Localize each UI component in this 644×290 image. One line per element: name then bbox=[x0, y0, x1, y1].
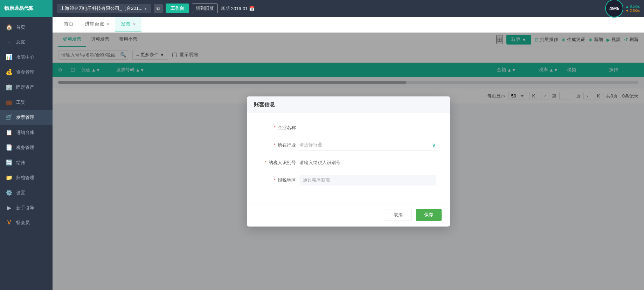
industry-label: * 所在行业 bbox=[261, 142, 299, 148]
settings-icon: ⚙️ bbox=[6, 189, 13, 196]
sidebar-item-label: 税务管理 bbox=[16, 144, 34, 151]
logo-text: 畅康通易代账 bbox=[4, 5, 34, 12]
sidebar-item-label: 工资 bbox=[16, 99, 25, 106]
period-info: 账期 2016-01 📅 bbox=[221, 5, 255, 12]
archive-icon: 📁 bbox=[6, 174, 13, 181]
sidebar-item-reports[interactable]: 📊 报表中心 bbox=[0, 49, 53, 65]
taxpayer-input[interactable] bbox=[299, 158, 436, 167]
form-row-industry: * 所在行业 请选择行业 ∨ bbox=[261, 140, 436, 150]
tab-bar: 首页 进销台账 ✕ 发票 ✕ bbox=[53, 17, 644, 33]
sidebar-item-member[interactable]: V 畅会员 bbox=[0, 215, 53, 230]
modal-footer: 取消 保存 bbox=[247, 203, 450, 227]
sidebar-item-label: 报表中心 bbox=[16, 54, 34, 60]
company-name-input[interactable]: 11 bbox=[299, 123, 436, 132]
tab-close-invoice[interactable]: ✕ bbox=[133, 22, 136, 27]
sidebar-item-label: 结账 bbox=[16, 160, 25, 166]
tax-icon: 📑 bbox=[6, 144, 13, 151]
sidebar-item-label: 畅会员 bbox=[16, 220, 30, 226]
company-name: 上海卯金刀电子科技有限公司_（台201... bbox=[60, 5, 143, 12]
sidebar-item-settlement[interactable]: 🔄 结账 bbox=[0, 155, 53, 170]
period-value: 2016-01 bbox=[231, 6, 248, 11]
sidebar-item-funds[interactable]: 💰 资金管理 bbox=[0, 65, 53, 80]
company-dropdown-arrow: ▼ bbox=[144, 7, 147, 11]
sidebar-item-label: 资金管理 bbox=[16, 69, 34, 75]
speed-badge: 49% bbox=[605, 0, 623, 18]
form-row-company: * 企业名称 11 bbox=[261, 123, 436, 132]
sidebar-item-salary[interactable]: 💼 工资 bbox=[0, 95, 53, 110]
sidebar-item-purchase[interactable]: 📋 进销台账 bbox=[0, 125, 53, 140]
tab-home[interactable]: 首页 bbox=[58, 17, 79, 32]
sidebar-item-label: 进销台账 bbox=[16, 129, 34, 136]
settlement-icon: 🔄 bbox=[6, 159, 13, 166]
industry-placeholder: 请选择行业 bbox=[299, 142, 432, 148]
sidebar-nav: 🏠 首页 ≡ 总账 📊 报表中心 💰 资金管理 🏢 固定资产 💼 工资 bbox=[0, 17, 53, 290]
sidebar-item-label: 发票管理 bbox=[16, 114, 34, 121]
modal-header: 账套信息 bbox=[247, 96, 450, 113]
invoice-icon: 🛒 bbox=[6, 114, 13, 121]
form-row-tax-region: * 报税地区 通过税号获取 bbox=[261, 175, 436, 186]
guide-icon: ▶ bbox=[6, 204, 13, 211]
tax-region-display: 通过税号获取 bbox=[299, 175, 436, 186]
industry-select[interactable]: 请选择行业 ∨ bbox=[299, 140, 436, 150]
breadcrumb-tabs: 首页 进销台账 ✕ 发票 ✕ bbox=[58, 17, 141, 32]
tab-close-purchase[interactable]: ✕ bbox=[106, 22, 110, 27]
sidebar-item-invoice[interactable]: 🛒 发票管理 bbox=[0, 110, 53, 125]
speed-stats: ▲ 8.5K/s ▼ 2.6K/s bbox=[625, 5, 640, 13]
speed-percent: 49% bbox=[609, 6, 619, 11]
workbench-button[interactable]: 工作台 bbox=[166, 4, 189, 13]
modal-overlay: 账套信息 * 企业名称 11 bbox=[53, 33, 644, 290]
funds-icon: 💰 bbox=[6, 69, 13, 75]
switch-old-button[interactable]: 切到旧版 bbox=[192, 4, 218, 13]
sidebar-item-label: 新手引导 bbox=[16, 205, 34, 211]
taxpayer-label: * 纳税人识别号 bbox=[261, 160, 299, 166]
sidebar-item-tax[interactable]: 📑 税务管理 bbox=[0, 140, 53, 155]
tax-region-label: * 报税地区 bbox=[261, 177, 299, 183]
sidebar-item-label: 首页 bbox=[16, 24, 25, 31]
sidebar-item-home[interactable]: 🏠 首页 bbox=[0, 20, 53, 35]
home-icon: 🏠 bbox=[6, 24, 13, 31]
modal-body: * 企业名称 11 * 所在行业 请选择行业 bbox=[247, 113, 450, 203]
tab-purchase[interactable]: 进销台账 ✕ bbox=[79, 17, 115, 32]
sidebar-item-label: 归档管理 bbox=[16, 175, 34, 181]
sidebar-item-ledger[interactable]: ≡ 总账 bbox=[0, 35, 53, 49]
sidebar-item-label: 固定资产 bbox=[16, 84, 34, 90]
tab-invoice[interactable]: 发票 ✕ bbox=[115, 17, 141, 32]
purchase-icon: 📋 bbox=[6, 129, 13, 136]
sidebar-item-settings[interactable]: ⚙️ 设置 bbox=[0, 185, 53, 200]
sidebar-item-guide[interactable]: ▶ 新手引导 bbox=[0, 200, 53, 215]
save-button[interactable]: 保存 bbox=[416, 209, 442, 221]
sidebar-item-fixed[interactable]: 🏢 固定资产 bbox=[0, 80, 53, 95]
form-row-taxpayer: * 纳税人识别号 bbox=[261, 158, 436, 167]
industry-dropdown-icon: ∨ bbox=[432, 142, 436, 148]
speed-down: ▼ 2.6K/s bbox=[625, 9, 640, 13]
sidebar: 畅康通易代账 🏠 首页 ≡ 总账 📊 报表中心 💰 资金管理 🏢 固定资 bbox=[0, 0, 53, 290]
calendar-icon[interactable]: 📅 bbox=[249, 6, 255, 11]
salary-icon: 💼 bbox=[6, 99, 13, 106]
speed-up: ▲ 8.5K/s bbox=[625, 5, 640, 8]
reports-icon: 📊 bbox=[6, 54, 13, 60]
company-selector[interactable]: 上海卯金刀电子科技有限公司_（台201... ▼ bbox=[57, 4, 151, 13]
sidebar-logo: 畅康通易代账 bbox=[0, 0, 53, 17]
sub-content: 销项发票 进项发票 费用小票 ⊞ 取票 ▼ ⊟ bbox=[53, 33, 644, 290]
company-name-label: * 企业名称 bbox=[261, 124, 299, 131]
sidebar-item-label: 设置 bbox=[16, 190, 25, 196]
cancel-button[interactable]: 取消 bbox=[385, 209, 411, 221]
fixed-icon: 🏢 bbox=[6, 84, 13, 90]
modal-title: 账套信息 bbox=[254, 101, 275, 107]
account-info-modal: 账套信息 * 企业名称 11 bbox=[247, 96, 450, 227]
topbar: 上海卯金刀电子科技有限公司_（台201... ▼ ⧉ 工作台 切到旧版 账期 2… bbox=[53, 0, 644, 17]
topbar-right: 49% ▲ 8.5K/s ▼ 2.6K/s bbox=[605, 0, 640, 18]
topbar-copy-btn[interactable]: ⧉ bbox=[154, 4, 163, 13]
sidebar-item-label: 总账 bbox=[16, 39, 25, 45]
period-label: 账期 bbox=[221, 5, 230, 12]
ledger-icon: ≡ bbox=[6, 39, 13, 45]
sidebar-item-archive[interactable]: 📁 归档管理 bbox=[0, 170, 53, 185]
member-icon: V bbox=[6, 220, 13, 226]
main-area: 上海卯金刀电子科技有限公司_（台201... ▼ ⧉ 工作台 切到旧版 账期 2… bbox=[53, 0, 644, 290]
